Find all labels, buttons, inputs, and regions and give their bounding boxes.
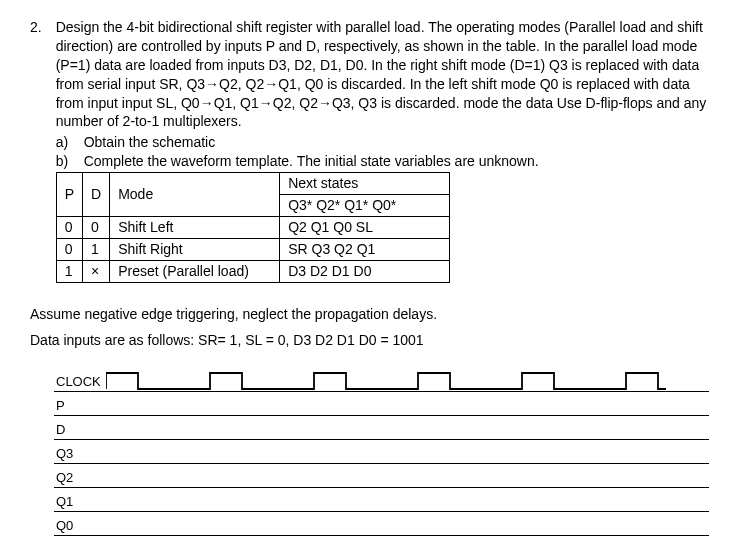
wave-label-q1: Q1 [54, 493, 106, 512]
header-nextsub: Q3* Q2* Q1* Q0* [280, 195, 450, 217]
subitem-b: b) Complete the waveform template. The i… [56, 152, 709, 171]
cell: Shift Left [110, 216, 280, 238]
wave-signal-q1 [106, 487, 709, 511]
cell: Q2 Q1 Q0 SL [280, 216, 450, 238]
question-text: Design the 4-bit bidirectional shift reg… [56, 18, 709, 131]
question-number: 2. [30, 18, 42, 283]
header-d: D [83, 173, 110, 217]
cell: × [83, 260, 110, 282]
wave-row-q0: Q0 [54, 512, 709, 536]
data-inputs-text: Data inputs are as follows: SR= 1, SL = … [30, 331, 709, 350]
cell: Preset (Parallel load) [110, 260, 280, 282]
wave-row-q3: Q3 [54, 440, 709, 464]
wave-label-d: D [54, 421, 106, 440]
subitem-b-text: Complete the waveform template. The init… [84, 152, 539, 171]
clock-signal [106, 367, 709, 391]
subitems: a) Obtain the schematic b) Complete the … [56, 133, 709, 171]
wave-signal-q0 [106, 511, 709, 535]
cell: Shift Right [110, 238, 280, 260]
wave-signal-p [106, 391, 709, 415]
wave-row-q2: Q2 [54, 464, 709, 488]
cell: 0 [56, 238, 82, 260]
cell: SR Q3 Q2 Q1 [280, 238, 450, 260]
table-row: 0 0 Shift Left Q2 Q1 Q0 SL [56, 216, 449, 238]
cell: 0 [56, 216, 82, 238]
header-p: P [56, 173, 82, 217]
question-block: 2. Design the 4-bit bidirectional shift … [30, 18, 709, 283]
wave-label-q3: Q3 [54, 445, 106, 464]
clock-waveform-icon [106, 367, 666, 391]
cell: 1 [56, 260, 82, 282]
table-row: 0 1 Shift Right SR Q3 Q2 Q1 [56, 238, 449, 260]
wave-row-clock: CLOCK [54, 368, 709, 392]
cell: 0 [83, 216, 110, 238]
waveform-template: CLOCK P D Q3 Q2 Q1 Q0 [54, 368, 709, 536]
assumption-text: Assume negative edge triggering, neglect… [30, 305, 709, 324]
wave-row-p: P [54, 392, 709, 416]
mode-table: P D Mode Next states Q3* Q2* Q1* Q0* 0 0… [56, 172, 450, 282]
wave-label-clock: CLOCK [54, 373, 106, 392]
subitem-a: a) Obtain the schematic [56, 133, 709, 152]
header-mode: Mode [110, 173, 280, 217]
wave-signal-q3 [106, 439, 709, 463]
wave-label-q0: Q0 [54, 517, 106, 536]
cell: D3 D2 D1 D0 [280, 260, 450, 282]
wave-label-q2: Q2 [54, 469, 106, 488]
wave-label-p: P [54, 397, 106, 416]
wave-signal-q2 [106, 463, 709, 487]
subitem-a-label: a) [56, 133, 74, 152]
wave-signal-d [106, 415, 709, 439]
table-header-row: P D Mode Next states [56, 173, 449, 195]
subitem-b-label: b) [56, 152, 74, 171]
subitem-a-text: Obtain the schematic [84, 133, 216, 152]
wave-row-d: D [54, 416, 709, 440]
wave-row-q1: Q1 [54, 488, 709, 512]
question-body: Design the 4-bit bidirectional shift reg… [56, 18, 709, 283]
header-next: Next states [280, 173, 450, 195]
cell: 1 [83, 238, 110, 260]
table-row: 1 × Preset (Parallel load) D3 D2 D1 D0 [56, 260, 449, 282]
